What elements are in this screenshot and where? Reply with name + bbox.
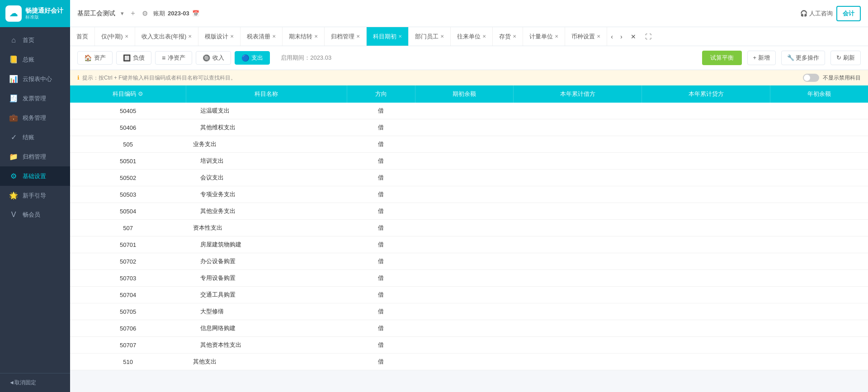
table-row[interactable]: 505 业务支出 借 <box>70 136 868 153</box>
cell-opening-4 <box>415 170 514 186</box>
tab-period-end[interactable]: 期末结转✕ <box>283 27 325 46</box>
cell-opening-7 <box>415 220 514 236</box>
subtab-equity[interactable]: ≡净资产 <box>155 51 192 65</box>
calendar-icon[interactable]: 📅 <box>192 10 199 17</box>
table-row[interactable]: 50503 专项业务支出 借 <box>70 186 868 203</box>
cell-ytd-debit-14 <box>514 337 642 354</box>
cell-direction-14: 借 <box>347 337 415 354</box>
sidebar-item-member[interactable]: V 畅会员 <box>0 205 70 224</box>
table-row[interactable]: 50406 其他维权支出 借 <box>70 119 868 136</box>
tab-close-department[interactable]: ✕ <box>440 34 444 39</box>
table-row[interactable]: 50504 其他业务支出 借 <box>70 203 868 220</box>
tab-close-counterparty[interactable]: ✕ <box>482 34 486 39</box>
sidebar-collapse-btn[interactable]: ◄取消固定 <box>0 373 70 392</box>
balance-btn[interactable]: 试算平衡 <box>702 51 742 65</box>
table-row[interactable]: 50705 大型修缮 借 <box>70 303 868 320</box>
tab-close-archive[interactable]: ✕ <box>356 34 360 39</box>
tab-counterparty[interactable]: 往来单位✕ <box>451 27 493 46</box>
cell-code-0: 50405 <box>70 103 186 119</box>
subtab-income[interactable]: 🔘收入 <box>196 51 231 65</box>
disabled-toggle[interactable] <box>803 74 819 82</box>
col-year-opening: 年初余额 <box>770 85 868 103</box>
subtab-icon-liability: 🔲 <box>123 54 131 61</box>
sidebar-item-home[interactable]: ⌂ 首页 <box>0 31 70 50</box>
tab-close-unit[interactable]: ✕ <box>555 34 558 39</box>
cell-direction-12: 借 <box>347 303 415 320</box>
tab-subject-init[interactable]: 科目期初✕ <box>367 27 409 46</box>
cell-opening-9 <box>415 253 514 270</box>
tab-nav-left[interactable]: ‹ <box>607 27 617 46</box>
subtab-liability[interactable]: 🔲负债 <box>116 51 151 65</box>
cell-name-13: 信息网络购建 <box>186 320 347 337</box>
account-role-btn[interactable]: 会计 <box>836 6 861 21</box>
subtab-asset[interactable]: 🏠资产 <box>77 51 113 65</box>
settings-icon[interactable]: ⚙ <box>142 9 148 18</box>
customer-service-btn[interactable]: 🎧 人工咨询 <box>800 9 833 18</box>
tab-close-template[interactable]: ✕ <box>230 34 234 39</box>
tab-close-period-end[interactable]: ✕ <box>314 34 318 39</box>
tab-template[interactable]: 模版设计✕ <box>198 27 241 46</box>
tab-label-department: 部门员工 <box>415 33 439 41</box>
tab-interim[interactable]: 仅(中期)✕ <box>95 27 135 46</box>
sidebar-item-tax[interactable]: 💼 税务管理 <box>0 108 70 128</box>
tab-home[interactable]: 首页 <box>70 27 95 46</box>
cell-direction-6: 借 <box>347 203 415 220</box>
table-row[interactable]: 50706 信息网络购建 借 <box>70 320 868 337</box>
col-settings-icon[interactable]: ⚙ <box>138 90 143 97</box>
sidebar-icon-archive: 📁 <box>9 152 18 161</box>
tab-close-subject-init[interactable]: ✕ <box>398 34 402 39</box>
cell-direction-7: 借 <box>347 220 415 236</box>
cell-name-4: 会议支出 <box>186 170 347 186</box>
table-row[interactable]: 50703 专用设备购置 借 <box>70 270 868 287</box>
tab-department[interactable]: 部门员工✕ <box>409 27 451 46</box>
subtab-label-asset: 资产 <box>94 54 106 62</box>
sidebar-item-settings[interactable]: ⚙ 基础设置 <box>0 166 70 186</box>
tab-close-income-statement[interactable]: ✕ <box>188 34 192 39</box>
tab-inventory[interactable]: 存货✕ <box>493 27 523 46</box>
sidebar-item-archive[interactable]: 📁 归档管理 <box>0 147 70 166</box>
add-tab-btn[interactable]: ＋ <box>129 9 137 18</box>
table-row[interactable]: 507 资本性支出 借 <box>70 220 868 236</box>
table-row[interactable]: 50704 交通工具购置 借 <box>70 287 868 303</box>
dropdown-icon[interactable]: ▾ <box>121 10 124 17</box>
cell-ytd-debit-4 <box>514 170 642 186</box>
table-row[interactable]: 50707 其他资本性支出 借 <box>70 337 868 354</box>
table-row[interactable]: 50405 运温暖支出 借 <box>70 103 868 119</box>
tab-income-statement[interactable]: 收入支出表(年报)✕ <box>135 27 199 46</box>
tab-close-inventory[interactable]: ✕ <box>513 34 516 39</box>
sidebar-item-ledger[interactable]: 📒 总账 <box>0 50 70 69</box>
tab-expand-btn[interactable]: ⛶ <box>641 27 656 46</box>
tab-close-interim[interactable]: ✕ <box>125 34 128 39</box>
cell-name-1: 其他维权支出 <box>186 119 347 136</box>
cell-name-8: 房屋建筑物购建 <box>186 236 347 253</box>
table-row[interactable]: 50501 培训支出 借 <box>70 153 868 170</box>
tab-tax-clearance[interactable]: 税表清册✕ <box>241 27 283 46</box>
table-row[interactable]: 510 其他支出 借 <box>70 354 868 370</box>
tab-currency[interactable]: 币种设置✕ <box>565 27 607 46</box>
cell-opening-2 <box>415 136 514 153</box>
tab-nav-right[interactable]: › <box>617 27 626 46</box>
cell-ytd-credit-11 <box>642 287 770 303</box>
sidebar-item-invoice[interactable]: 🧾 发票管理 <box>0 89 70 108</box>
cell-direction-9: 借 <box>347 253 415 270</box>
subtab-expense[interactable]: 🔵支出 <box>235 51 270 65</box>
sidebar-item-close[interactable]: ✓ 结账 <box>0 128 70 147</box>
table-row[interactable]: 50701 房屋建筑物购建 借 <box>70 236 868 253</box>
tab-unit[interactable]: 计量单位✕ <box>523 27 565 46</box>
tip-message: 提示：按Ctrl + F键并输入科目编码或者科目名称可以查找科目。 <box>82 74 236 82</box>
cell-ytd-credit-12 <box>642 303 770 320</box>
refresh-btn[interactable]: ↻ 刷新 <box>830 51 861 65</box>
tab-archive[interactable]: 归档管理✕ <box>325 27 367 46</box>
table-row[interactable]: 50702 办公设备购置 借 <box>70 253 868 270</box>
sidebar-item-guide[interactable]: 🌟 新手引导 <box>0 186 70 205</box>
tab-close-all-btn[interactable]: ✕ <box>626 27 641 46</box>
info-icon: ℹ <box>77 75 80 81</box>
tab-close-tax-clearance[interactable]: ✕ <box>272 34 276 39</box>
col-opening-balance: 期初余额 <box>415 85 514 103</box>
tab-close-currency[interactable]: ✕ <box>597 34 600 39</box>
sidebar-item-reports[interactable]: 📊 云报表中心 <box>0 69 70 89</box>
more-btn[interactable]: 🔧 更多操作 <box>781 51 826 65</box>
add-btn[interactable]: + 新增 <box>747 51 776 65</box>
col-ytd-debit: 本年累计借方 <box>514 85 642 103</box>
table-row[interactable]: 50502 会议支出 借 <box>70 170 868 186</box>
